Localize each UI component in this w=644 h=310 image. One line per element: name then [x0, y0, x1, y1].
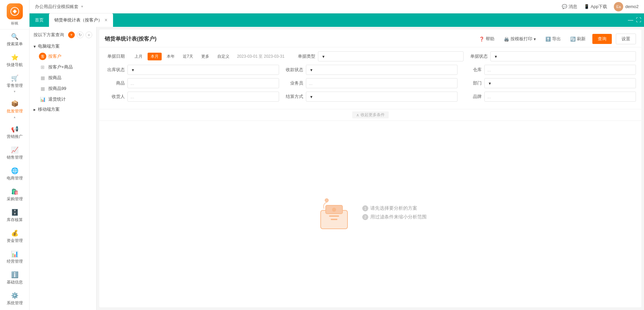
sidebar-item-retail[interactable]: 🛒 零售管理 ▾	[0, 71, 29, 97]
filter-row-3: 商品 ... 业务员 ... 部门	[105, 78, 636, 88]
sidebar-item-label: 搜索菜单	[7, 41, 23, 47]
sidebar-item-label: 快捷导航	[7, 62, 23, 68]
out-status-label: 出库状态	[105, 67, 125, 73]
help-button[interactable]: ❓ 帮助	[476, 35, 497, 43]
tree-child-by-product-99[interactable]: ▦ 按商品99	[30, 83, 96, 94]
payment-method-select[interactable]: ▾	[306, 92, 458, 102]
collapse-panel-button[interactable]: «	[86, 32, 92, 38]
salesperson-select[interactable]: ...	[306, 78, 458, 88]
product99-icon: ▦	[39, 85, 46, 92]
filter-area: 单据日期 上月 本月 本年 近7天 更多 自定义 2023-03-01 至 20…	[99, 47, 641, 109]
tree-child-by-product[interactable]: ▦ 按商品	[30, 72, 96, 83]
sidebar-item-sales-mgmt[interactable]: 📈 销售管理	[0, 143, 29, 164]
doc-type-filter: 单据类型 ▾	[295, 51, 464, 61]
doc-status-select[interactable]: ▾	[490, 51, 636, 61]
sidebar-item-operations[interactable]: 📊 经营管理	[0, 247, 29, 268]
sidebar-item-label: 库存核算	[7, 217, 23, 223]
salesperson-filter: 业务员 ...	[283, 78, 458, 88]
sidebar-item-wholesale[interactable]: 📦 批发管理 ▴	[0, 97, 29, 122]
tab-home[interactable]: 首页	[30, 13, 49, 27]
tree-child-label: 按商品99	[48, 86, 66, 92]
svg-point-6	[325, 199, 328, 202]
export-label: 导出	[552, 36, 561, 42]
out-status-select[interactable]: ▾	[127, 65, 279, 75]
sidebar-item-purchase[interactable]: 🛍️ 采购管理	[0, 185, 29, 205]
refresh-button[interactable]: 🔄 刷新	[568, 35, 588, 43]
user-profile-button[interactable]: Ea demo2	[614, 2, 639, 11]
returns-icon: 📊	[39, 96, 46, 103]
app-download-button[interactable]: 📱 App下载	[584, 4, 607, 10]
more-date-button[interactable]: 更多	[198, 53, 212, 60]
doc-type-select[interactable]: ▾	[318, 51, 464, 61]
warehouse-select[interactable]: ...	[484, 65, 636, 75]
product-select[interactable]: ...	[127, 78, 279, 88]
tab-sales-stat[interactable]: 销货单统计表（按客户） ✕	[49, 13, 113, 27]
download-icon: 📱	[584, 4, 589, 9]
tree-child-by-customer-product[interactable]: ⊞ 按客户+商品	[30, 62, 96, 72]
app-download-label: App下载	[591, 4, 607, 10]
sidebar-item-system[interactable]: ⚙️ 系统管理	[0, 289, 29, 309]
add-scheme-button[interactable]: +	[68, 32, 75, 38]
receiver-select[interactable]: ...	[127, 92, 279, 102]
tree-child-by-customer[interactable]: 客 按客户	[30, 51, 96, 62]
tree-child-returns-stat[interactable]: 📊 退货统计	[30, 94, 96, 105]
last-7days-button[interactable]: 近7天	[180, 53, 196, 60]
brand-select[interactable]: ...	[484, 92, 636, 102]
user-name: demo2	[625, 4, 639, 9]
tree-parent-mobile[interactable]: ▸ 移动端方案	[30, 105, 96, 114]
chevron-down-icon: ▾	[14, 90, 15, 93]
tree-parent-desktop[interactable]: ▾ 电脑端方案	[30, 42, 96, 51]
this-month-button[interactable]: 本月	[148, 53, 162, 60]
tab-close-button[interactable]: ✕	[104, 18, 108, 22]
refresh-icon: 🔄	[570, 37, 576, 42]
sidebar-item-basic-info[interactable]: ℹ️ 基础信息	[0, 268, 29, 289]
sidebar-item-inventory[interactable]: 🗄️ 库存核算	[0, 205, 29, 226]
department-label: 部门	[462, 80, 482, 86]
query-button[interactable]: 查询	[592, 34, 612, 44]
department-select[interactable]: ▾	[484, 78, 636, 88]
warehouse-label: 仓库	[462, 67, 482, 73]
salesperson-label: 业务员	[283, 80, 303, 86]
custom-date-button[interactable]: 自定义	[214, 53, 232, 60]
sidebar-item-finance[interactable]: 💰 资金管理	[0, 226, 29, 247]
app-logo: 标账	[0, 0, 29, 30]
search-icon: 🔍	[11, 33, 18, 40]
scheme-actions: + ↻ «	[68, 32, 92, 38]
message-button[interactable]: 💬 消息	[562, 4, 577, 10]
tree-child-label: 按客户+商品	[48, 64, 73, 70]
payment-status-select[interactable]: ▾	[306, 65, 458, 75]
sidebar-item-ecommerce[interactable]: 🌐 电商管理	[0, 164, 29, 185]
refresh-scheme-button[interactable]: ↻	[77, 32, 84, 38]
main-content: 办公用品行业模拟账套 ▾ 💬 消息 📱 App下载 Ea demo2 首页	[30, 0, 644, 310]
help-icon: ❓	[479, 37, 484, 42]
logo-icon	[7, 3, 23, 19]
this-year-button[interactable]: 本年	[164, 53, 178, 60]
info-icon: ℹ️	[11, 271, 18, 278]
print-template-button[interactable]: 🖨️ 按模板打印 ▾	[501, 35, 539, 43]
collapse-more-button[interactable]: ∧ 收起更多条件	[352, 111, 389, 118]
sidebar-item-label: 销售管理	[7, 155, 23, 160]
refresh-label: 刷新	[577, 36, 586, 42]
customer-scheme-icon: 客	[39, 53, 46, 60]
help-label: 帮助	[486, 36, 494, 42]
settings-button[interactable]: 设置	[616, 34, 636, 44]
message-label: 消息	[569, 4, 577, 10]
hint2-text: 用过滤条件来缩小分析范围	[370, 214, 427, 220]
minimize-window-button[interactable]: —	[628, 17, 633, 23]
date-range-text: 2023-03-01 至 2023-03-31	[237, 54, 284, 59]
last-month-button[interactable]: 上月	[131, 53, 146, 60]
sidebar-item-marketing[interactable]: 📢 营销推广	[0, 122, 29, 143]
export-button[interactable]: ⬆️ 导出	[543, 35, 564, 43]
maximize-window-button[interactable]: ⛶	[636, 17, 641, 23]
megaphone-icon: 📢	[11, 125, 18, 133]
receiver-filter: 收货人 ...	[105, 92, 279, 102]
bar-chart-icon: 📊	[11, 250, 18, 258]
sidebar-item-search[interactable]: 🔍 搜索菜单	[0, 30, 29, 50]
sidebar-item-quick-nav[interactable]: ⭐ 快捷导航	[0, 50, 29, 71]
print-label: 按模板打印	[511, 36, 532, 42]
top-header: 办公用品行业模拟账套 ▾ 💬 消息 📱 App下载 Ea demo2	[30, 0, 644, 13]
tree-parent-label: 移动端方案	[38, 106, 60, 112]
title-dropdown-arrow[interactable]: ▾	[81, 4, 83, 9]
svg-rect-5	[331, 219, 337, 220]
payment-status-filter: 收款状态 ▾	[283, 65, 458, 75]
